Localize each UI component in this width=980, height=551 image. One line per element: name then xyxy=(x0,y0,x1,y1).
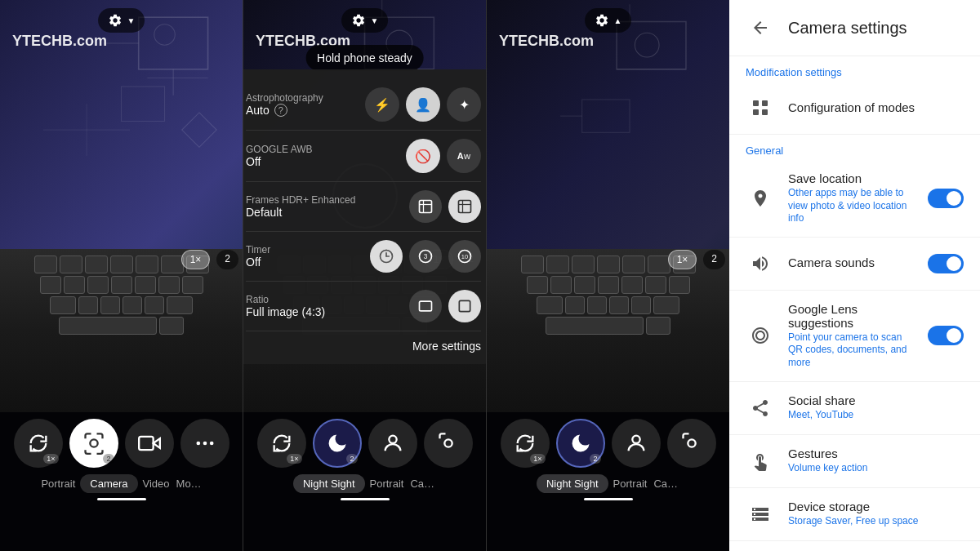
panel3-label-night[interactable]: Night Sight xyxy=(537,474,608,493)
google-lens-toggle[interactable] xyxy=(928,326,964,345)
settings-item-config-modes[interactable]: Configuration of modes xyxy=(729,82,980,135)
svg-rect-35 xyxy=(582,100,630,132)
astro-label: Astrophotography xyxy=(246,92,323,104)
sparkle-icon[interactable]: ✦ xyxy=(447,87,481,122)
ratio-btn2[interactable] xyxy=(448,290,481,322)
flash-off-icon[interactable]: ⚡ xyxy=(365,87,399,122)
settings-item-gestures[interactable]: Gestures Volume key action xyxy=(729,435,980,488)
back-button[interactable] xyxy=(746,13,775,42)
panel2-label-camera[interactable]: Ca… xyxy=(408,474,436,493)
panel3-mode-night[interactable]: 2 xyxy=(556,419,605,468)
panel2-mode-portrait[interactable] xyxy=(368,419,417,468)
panel1-mode-icons: 1× 2 xyxy=(14,419,229,468)
social-share-title: Social share xyxy=(788,393,964,407)
panel1-mode-camera[interactable]: 2 xyxy=(69,419,118,468)
panel1-label-video[interactable]: Video xyxy=(141,474,172,493)
gestures-icon-container xyxy=(746,447,775,476)
timer-10s-btn[interactable]: 10 xyxy=(448,240,481,273)
settings-item-social-share[interactable]: Social share Meet, YouTube xyxy=(729,382,980,435)
frames-btn2[interactable] xyxy=(448,190,481,223)
panel2-mode-refresh[interactable]: 1× xyxy=(257,419,306,468)
settings-item-google-lens[interactable]: Google Lens suggestions Point your camer… xyxy=(729,291,980,382)
settings-header: Camera settings xyxy=(729,0,980,56)
panel3-zoom1[interactable]: 1× xyxy=(668,250,697,269)
help-icon[interactable]: ? xyxy=(274,104,287,117)
gear-icon xyxy=(108,13,122,28)
timer-3s-btn[interactable]: 3 xyxy=(409,240,442,273)
settings-item-device-storage[interactable]: Device storage Storage Saver, Free up sp… xyxy=(729,488,980,541)
face-off-icon[interactable]: 👤 xyxy=(406,87,440,122)
svg-marker-8 xyxy=(182,113,216,147)
tooltip-hold-steady: Hold phone steady xyxy=(305,45,424,71)
camera-panel-3: YTECHB.com xyxy=(487,0,729,412)
frames-btn1[interactable] xyxy=(409,190,442,223)
panel1-mode-video[interactable] xyxy=(125,419,174,468)
gesture-icon xyxy=(751,451,770,471)
panel1-zoom1[interactable]: 1× xyxy=(181,250,211,269)
svg-rect-15 xyxy=(420,201,432,213)
person-off-icon[interactable]: 🚫 xyxy=(406,139,440,173)
panel3-mode-indicator xyxy=(584,498,633,500)
panel1-label-more[interactable]: Mo… xyxy=(175,474,203,493)
settings-item-save-location[interactable]: Save location Other apps may be able to … xyxy=(729,160,980,238)
ytechb-logo-3: YTECHB.com xyxy=(499,33,594,50)
gestures-subtitle: Volume key action xyxy=(788,462,964,475)
controls-popup: Astrophotography Auto ? ⚡ 👤 ✦ xyxy=(243,69,487,364)
more-settings-btn[interactable]: More settings xyxy=(246,331,481,354)
google-lens-subtitle: Point your camera to scan QR codes, docu… xyxy=(788,331,915,370)
panel1-mode-more[interactable] xyxy=(180,419,229,468)
panel1-mode-refresh[interactable]: 1× xyxy=(14,419,63,468)
camera-sounds-title: Camera sounds xyxy=(788,256,915,269)
awb-label: GOOGLE AWB xyxy=(246,144,313,155)
panel1-label-portrait[interactable]: Portrait xyxy=(39,474,77,493)
settings-item-camera-sounds[interactable]: Camera sounds xyxy=(729,238,980,291)
panel3-zoom2[interactable]: 2 xyxy=(703,250,725,269)
svg-point-3 xyxy=(154,24,175,45)
panel3-mode-more[interactable] xyxy=(667,419,716,468)
camera-sounds-toggle[interactable] xyxy=(928,254,964,273)
timer-off-btn[interactable] xyxy=(370,240,403,273)
save-location-content: Save location Other apps may be able to … xyxy=(788,171,915,225)
panel1-settings-btn[interactable]: ▼ xyxy=(98,8,145,33)
google-lens-icon xyxy=(746,321,775,350)
mode3-badge1: 1× xyxy=(530,454,545,464)
save-location-toggle[interactable] xyxy=(928,189,964,208)
panel1-label-camera[interactable]: Camera xyxy=(80,474,137,493)
panel1-settings-bar[interactable]: ▼ xyxy=(98,8,145,33)
panel3-label-camera[interactable]: Ca… xyxy=(652,474,679,493)
panel3-mode-labels: Night Sight Portrait Ca… xyxy=(537,474,679,493)
google-awb-row: GOOGLE AWB Off 🚫 AW xyxy=(246,131,481,182)
svg-point-37 xyxy=(90,439,97,447)
social-share-subtitle: Meet, YouTube xyxy=(788,409,964,422)
panel3-settings-btn[interactable]: ▲ xyxy=(585,8,632,33)
ratio-value: Full image (4:3) xyxy=(246,305,325,318)
ratio-label: Ratio xyxy=(246,294,325,305)
panel3-label-portrait[interactable]: Portrait xyxy=(612,474,649,493)
panel2-label-night[interactable]: Night Sight xyxy=(293,474,365,493)
svg-rect-39 xyxy=(139,437,154,450)
location-pin-icon xyxy=(751,189,770,208)
awb-icon[interactable]: AW xyxy=(447,139,481,173)
svg-rect-30 xyxy=(459,300,470,311)
panel2-label-portrait[interactable]: Portrait xyxy=(368,474,406,493)
panel2-mode-landscape[interactable] xyxy=(424,419,473,468)
ratio-row: Ratio Full image (4:3) xyxy=(246,282,481,331)
mode2-badge1: 1× xyxy=(287,454,301,464)
panel1-zoom2[interactable]: 2 xyxy=(216,250,238,269)
panel3-mode-bar: 1× 2 Night Sight Portrait Ca… xyxy=(487,412,729,551)
panel2-settings-bar[interactable]: ▼ xyxy=(341,8,389,33)
settings-item-advanced[interactable]: Advanced xyxy=(729,541,980,551)
device-storage-title: Device storage xyxy=(788,500,964,513)
panel3-settings-bar[interactable]: ▲ xyxy=(585,8,632,33)
ratio-btn1[interactable] xyxy=(409,290,442,322)
panel3-zoom: 1× 2 xyxy=(668,250,725,269)
astrophotography-row: Astrophotography Auto ? ⚡ 👤 ✦ xyxy=(246,79,481,131)
svg-point-41 xyxy=(203,442,207,446)
modification-settings-section[interactable]: Modification settings xyxy=(729,56,980,82)
panel2-mode-night[interactable]: 2 xyxy=(313,419,362,468)
keyboard-3 xyxy=(487,249,729,412)
svg-rect-48 xyxy=(762,100,768,106)
panel2-settings-btn[interactable]: ▼ xyxy=(341,8,389,33)
panel3-mode-portrait[interactable] xyxy=(612,419,661,468)
panel3-mode-refresh[interactable]: 1× xyxy=(501,419,550,468)
